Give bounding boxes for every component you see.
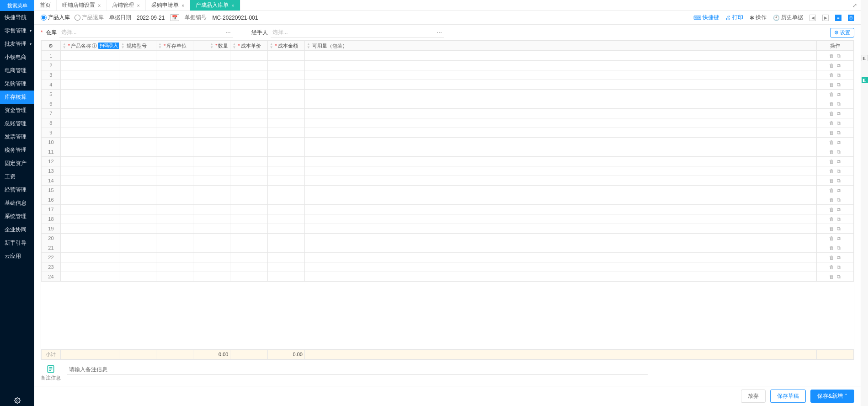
- delete-icon[interactable]: 🗑: [829, 178, 834, 184]
- copy-icon[interactable]: ⧉: [837, 245, 841, 251]
- delete-icon[interactable]: 🗑: [829, 207, 834, 213]
- discard-button[interactable]: 放弃: [741, 390, 766, 403]
- sidebar-item-1[interactable]: 零售管理▾: [0, 24, 34, 37]
- copy-icon[interactable]: ⧉: [837, 159, 841, 165]
- table-row[interactable]: 15🗑⧉: [42, 186, 854, 195]
- copy-icon[interactable]: ⧉: [837, 149, 841, 155]
- table-row[interactable]: 23🗑⧉: [42, 262, 854, 272]
- table-row[interactable]: 13🗑⧉: [42, 166, 854, 176]
- view-grid-icon[interactable]: ⊞: [848, 15, 854, 21]
- copy-icon[interactable]: ⧉: [837, 187, 841, 193]
- col-avail[interactable]: ▲▼可用量（包装）: [304, 41, 816, 51]
- table-row[interactable]: 4🗑⧉: [42, 80, 854, 90]
- close-icon[interactable]: ×: [231, 3, 234, 8]
- table-row[interactable]: 24🗑⧉: [42, 272, 854, 282]
- copy-icon[interactable]: ⧉: [837, 235, 841, 241]
- sidebar-item-14[interactable]: 基础信息: [0, 197, 34, 210]
- table-row[interactable]: 20🗑⧉: [42, 234, 854, 243]
- copy-icon[interactable]: ⧉: [837, 101, 841, 107]
- delete-icon[interactable]: 🗑: [829, 111, 834, 117]
- delete-icon[interactable]: 🗑: [829, 274, 834, 280]
- handler-select[interactable]: 选择...⋯: [271, 27, 444, 37]
- sidebar-item-3[interactable]: 小畅电商: [0, 51, 34, 64]
- delete-icon[interactable]: 🗑: [829, 130, 834, 136]
- save-draft-button[interactable]: 保存草稿: [770, 390, 806, 403]
- sidebar-item-18[interactable]: 云应用: [0, 250, 34, 263]
- delete-icon[interactable]: 🗑: [829, 139, 834, 145]
- table-row[interactable]: 14🗑⧉: [42, 176, 854, 186]
- sidebar-item-10[interactable]: 税务管理: [0, 144, 34, 157]
- delete-icon[interactable]: 🗑: [829, 101, 834, 107]
- delete-icon[interactable]: 🗑: [829, 91, 834, 97]
- table-row[interactable]: 2🗑⧉: [42, 61, 854, 70]
- sidebar-item-12[interactable]: 工资: [0, 170, 34, 183]
- tab-overflow-icon[interactable]: ⤢: [852, 2, 857, 9]
- close-icon[interactable]: ×: [98, 3, 101, 8]
- calendar-icon[interactable]: 📅: [170, 14, 179, 21]
- remark-input[interactable]: [67, 364, 648, 375]
- col-cost[interactable]: ▲▼*成本单价: [230, 41, 267, 51]
- sidebar-item-7[interactable]: 资金管理: [0, 104, 34, 117]
- table-row[interactable]: 17🗑⧉: [42, 205, 854, 214]
- sidebar-item-16[interactable]: 企业协同: [0, 223, 34, 236]
- tab-2[interactable]: 店铺管理×: [107, 0, 145, 11]
- copy-icon[interactable]: ⧉: [837, 264, 841, 270]
- history-link[interactable]: 🕘 历史单据: [773, 14, 803, 21]
- tab-4[interactable]: 产成品入库单×: [190, 0, 240, 11]
- sidebar-item-8[interactable]: 总账管理: [0, 117, 34, 130]
- col-spec[interactable]: ▲▼规格型号: [119, 41, 156, 51]
- view-list-icon[interactable]: ≡: [835, 15, 841, 21]
- table-row[interactable]: 5🗑⧉: [42, 90, 854, 99]
- rail-item-1[interactable]: ◧: [862, 55, 868, 61]
- delete-icon[interactable]: 🗑: [829, 120, 834, 126]
- col-amount[interactable]: ▲▼*成本金额: [267, 41, 304, 51]
- delete-icon[interactable]: 🗑: [829, 168, 834, 174]
- sidebar-item-15[interactable]: 系统管理: [0, 210, 34, 223]
- table-row[interactable]: 8🗑⧉: [42, 118, 854, 128]
- copy-icon[interactable]: ⧉: [837, 178, 841, 184]
- delete-icon[interactable]: 🗑: [829, 226, 834, 232]
- nav-prev-icon[interactable]: ◀: [809, 15, 816, 21]
- date-value[interactable]: 2022-09-21: [137, 15, 165, 21]
- delete-icon[interactable]: 🗑: [829, 159, 834, 165]
- delete-icon[interactable]: 🗑: [829, 264, 834, 270]
- delete-icon[interactable]: 🗑: [829, 187, 834, 193]
- delete-icon[interactable]: 🗑: [829, 235, 834, 241]
- copy-icon[interactable]: ⧉: [837, 82, 841, 88]
- table-row[interactable]: 12🗑⧉: [42, 157, 854, 166]
- tab-3[interactable]: 采购申请单×: [146, 0, 190, 11]
- table-row[interactable]: 3🗑⧉: [42, 70, 854, 80]
- col-unit[interactable]: ▲▼*库存单位: [156, 41, 193, 51]
- delete-icon[interactable]: 🗑: [829, 197, 834, 203]
- sidebar-search[interactable]: 搜索菜单: [0, 0, 34, 11]
- sidebar-item-0[interactable]: 快捷导航: [0, 11, 34, 24]
- table-row[interactable]: 19🗑⧉: [42, 224, 854, 234]
- settings-button[interactable]: ⚙ 设置: [830, 28, 854, 37]
- table-row[interactable]: 21🗑⧉: [42, 243, 854, 253]
- col-gear[interactable]: ⚙: [42, 41, 61, 51]
- copy-icon[interactable]: ⧉: [837, 274, 841, 280]
- close-icon[interactable]: ×: [181, 3, 184, 8]
- copy-icon[interactable]: ⧉: [837, 226, 841, 232]
- settings-icon[interactable]: [0, 395, 34, 406]
- ops-link[interactable]: ✱ 操作: [750, 14, 767, 21]
- table-row[interactable]: 16🗑⧉: [42, 195, 854, 205]
- radio-product-out[interactable]: 产品退库: [75, 14, 104, 21]
- delete-icon[interactable]: 🗑: [829, 63, 834, 69]
- col-product[interactable]: ▲▼*产品名称 ⓘ 扫码录入: [60, 41, 119, 51]
- copy-icon[interactable]: ⧉: [837, 53, 841, 59]
- copy-icon[interactable]: ⧉: [837, 91, 841, 97]
- copy-icon[interactable]: ⧉: [837, 168, 841, 174]
- copy-icon[interactable]: ⧉: [837, 197, 841, 203]
- warehouse-select[interactable]: 选择...⋯: [59, 27, 233, 37]
- delete-icon[interactable]: 🗑: [829, 245, 834, 251]
- table-row[interactable]: 10🗑⧉: [42, 138, 854, 147]
- tab-0[interactable]: 首页: [34, 0, 57, 11]
- sidebar-item-5[interactable]: 采购管理: [0, 77, 34, 91]
- sidebar-item-11[interactable]: 固定资产: [0, 157, 34, 170]
- sidebar-item-2[interactable]: 批发管理▾: [0, 37, 34, 51]
- sidebar-item-6[interactable]: 库存核算: [0, 91, 34, 104]
- delete-icon[interactable]: 🗑: [829, 255, 834, 261]
- copy-icon[interactable]: ⧉: [837, 255, 841, 261]
- shortcut-link[interactable]: ⌨ 快捷键: [693, 14, 719, 21]
